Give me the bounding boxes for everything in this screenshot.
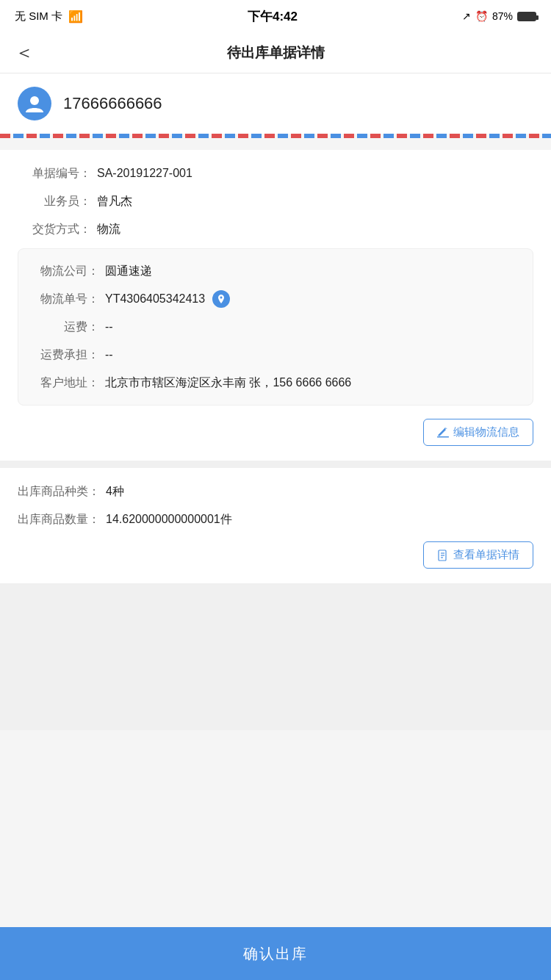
goods-section: 出库商品种类： 4种 出库商品数量： 14.620000000000001件 查… xyxy=(0,468,551,583)
edit-logistics-label: 编辑物流信息 xyxy=(453,425,519,439)
freight-bearer-value: -- xyxy=(105,346,518,364)
view-details-button[interactable]: 查看单据详情 xyxy=(423,541,533,569)
delivery-method-row: 交货方式： 物流 xyxy=(18,220,533,238)
confirm-bar[interactable]: 确认出库 xyxy=(0,927,551,980)
section-divider-1 xyxy=(0,461,551,468)
status-time: 下午4:42 xyxy=(248,8,298,25)
battery-text: 87% xyxy=(492,10,513,22)
address-label: 客户地址： xyxy=(33,375,99,391)
page-title: 待出库单据详情 xyxy=(227,43,325,62)
address-value: 北京市市辖区海淀区永丰南 张，156 6666 6666 xyxy=(105,374,518,392)
avatar xyxy=(18,87,51,120)
location-status-icon: ↗ xyxy=(462,10,471,22)
order-no-value: SA-20191227-001 xyxy=(97,165,533,182)
delivery-method-label: 交货方式： xyxy=(18,220,91,238)
battery-icon xyxy=(517,12,536,21)
basic-info-section: 单据编号： SA-20191227-001 业务员： 曾凡杰 交货方式： 物流 … xyxy=(0,150,551,461)
confirm-button-label: 确认出库 xyxy=(243,944,308,964)
goods-quantity-label: 出库商品数量： xyxy=(18,511,100,528)
salesman-value: 曾凡杰 xyxy=(97,192,533,210)
freight-label: 运费： xyxy=(33,320,99,335)
goods-type-row: 出库商品种类： 4种 xyxy=(18,483,533,500)
user-icon xyxy=(24,93,45,114)
status-bar: 无 SIM 卡 📶 下午4:42 ↗ ⏰ 87% xyxy=(0,0,551,32)
tracking-no-value: YT4306405342413 xyxy=(105,290,518,308)
goods-quantity-value: 14.620000000000001件 xyxy=(106,511,533,528)
tracking-no-label: 物流单号： xyxy=(33,292,99,307)
salesman-label: 业务员： xyxy=(18,192,91,210)
freight-value: -- xyxy=(105,318,518,336)
logistics-card: 物流公司： 圆通速递 物流单号： YT4306405342413 运费： -- … xyxy=(18,248,533,406)
svg-rect-1 xyxy=(437,436,449,438)
bottom-spacer xyxy=(0,583,551,730)
tracking-location-icon[interactable] xyxy=(212,290,230,308)
order-no-label: 单据编号： xyxy=(18,165,91,182)
freight-bearer-label: 运费承担： xyxy=(33,347,99,363)
svg-point-0 xyxy=(30,96,39,105)
edit-icon xyxy=(437,427,449,439)
logistics-company-value: 圆通速递 xyxy=(105,262,518,280)
view-details-container: 查看单据详情 xyxy=(18,541,533,569)
edit-logistics-button[interactable]: 编辑物流信息 xyxy=(423,419,533,446)
address-row: 客户地址： 北京市市辖区海淀区永丰南 张，156 6666 6666 xyxy=(33,374,518,392)
goods-type-label: 出库商品种类： xyxy=(18,483,100,500)
alarm-icon: ⏰ xyxy=(475,10,488,22)
wifi-icon: 📶 xyxy=(68,10,83,24)
tracking-no-row: 物流单号： YT4306405342413 xyxy=(33,290,518,308)
customer-phone: 17666666666 xyxy=(63,94,162,113)
nav-bar: ＜ 待出库单据详情 xyxy=(0,32,551,73)
edit-logistics-container: 编辑物流信息 xyxy=(18,419,533,446)
status-right: ↗ ⏰ 87% xyxy=(462,10,536,22)
delivery-method-value: 物流 xyxy=(97,220,533,238)
carrier-text: 无 SIM 卡 xyxy=(15,10,62,24)
customer-header: 17666666666 xyxy=(0,73,551,134)
back-button[interactable]: ＜ xyxy=(15,40,44,65)
freight-row: 运费： -- xyxy=(33,318,518,336)
goods-type-value: 4种 xyxy=(106,483,533,500)
dashed-divider xyxy=(0,134,551,138)
view-details-label: 查看单据详情 xyxy=(453,548,519,562)
order-no-row: 单据编号： SA-20191227-001 xyxy=(18,165,533,182)
salesman-row: 业务员： 曾凡杰 xyxy=(18,192,533,210)
goods-quantity-row: 出库商品数量： 14.620000000000001件 xyxy=(18,511,533,528)
logistics-company-label: 物流公司： xyxy=(33,264,99,279)
document-icon xyxy=(437,550,449,561)
logistics-company-row: 物流公司： 圆通速递 xyxy=(33,262,518,280)
status-left: 无 SIM 卡 📶 xyxy=(15,10,83,24)
freight-bearer-row: 运费承担： -- xyxy=(33,346,518,364)
